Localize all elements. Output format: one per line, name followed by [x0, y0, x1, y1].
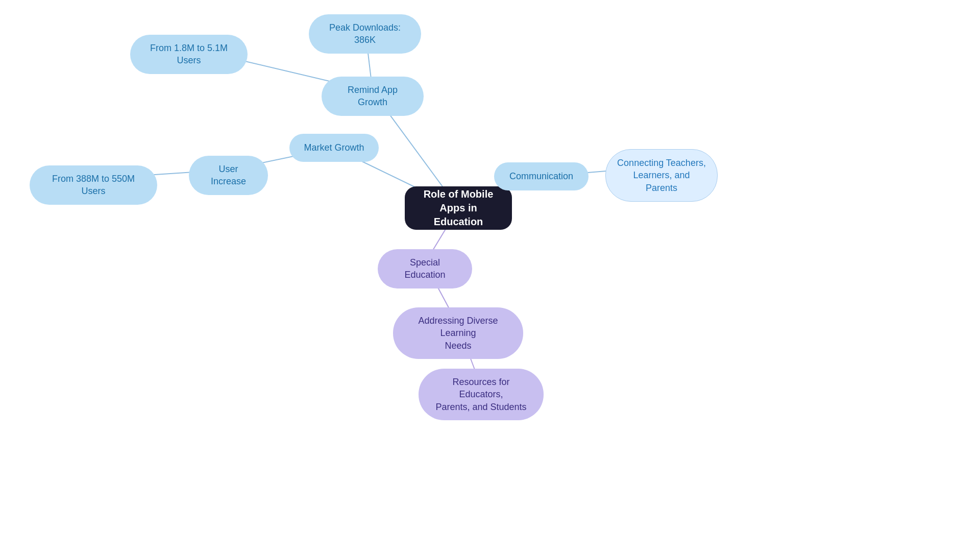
connecting-teachers-node[interactable]: Connecting Teachers,Learners, and Parent…: [605, 149, 718, 202]
peak-downloads-node[interactable]: Peak Downloads: 386K: [309, 14, 421, 54]
communication-node[interactable]: Communication: [494, 162, 589, 190]
resources-educators-node[interactable]: Resources for Educators,Parents, and Stu…: [419, 369, 544, 420]
addressing-diverse-node[interactable]: Addressing Diverse LearningNeeds: [393, 307, 523, 359]
from-users-2-node[interactable]: From 388M to 550M Users: [30, 165, 157, 205]
market-growth-node[interactable]: Market Growth: [289, 134, 379, 162]
special-education-node[interactable]: Special Education: [378, 249, 472, 288]
remind-app-growth-node[interactable]: Remind App Growth: [322, 77, 424, 116]
from-users-1-node[interactable]: From 1.8M to 5.1M Users: [130, 35, 248, 74]
user-increase-node[interactable]: User Increase: [189, 156, 268, 195]
center-node[interactable]: Role of Mobile Apps inEducation: [405, 186, 512, 230]
